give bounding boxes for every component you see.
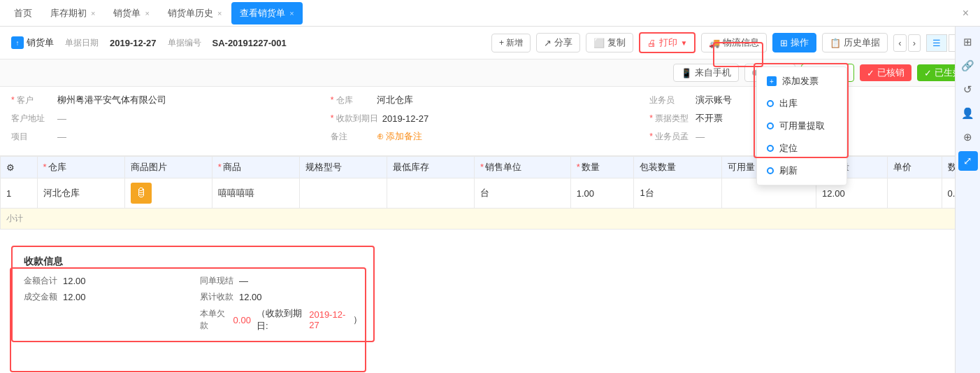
note-label: 备注 — [331, 131, 373, 143]
copy-button[interactable]: ⬜ 复制 — [586, 33, 633, 52]
tab-sales-history[interactable]: 销货单历史 × — [159, 2, 230, 24]
warehouse-value: 河北仓库 — [377, 94, 413, 106]
project-field: 项目 — — [11, 131, 331, 143]
col-img: 商品图片 — [124, 157, 212, 178]
effect-icon: ✓ — [924, 68, 932, 78]
history-icon: 📋 — [830, 38, 841, 48]
total-item: 金额合计 12.00 — [24, 275, 186, 287]
new-button[interactable]: + 新增 — [491, 34, 531, 52]
sidebar-icon-4[interactable]: 👤 — [958, 104, 978, 123]
share-button[interactable]: ↗ 分享 — [536, 33, 580, 52]
col-qty: *数量 — [570, 157, 634, 178]
tab-view-sales[interactable]: 查看销货单 × — [231, 2, 302, 24]
payment-title: 收款信息 — [24, 255, 362, 268]
sales-staff-value: — — [696, 132, 705, 142]
operations-button[interactable]: ⊞ 操作 — [772, 33, 816, 52]
tab-sales-order-close[interactable]: × — [145, 9, 149, 17]
tab-view-sales-close[interactable]: × — [289, 9, 294, 17]
tab-inventory-init[interactable]: 库存期初 × — [42, 2, 103, 24]
due-note: （收款到期日: — [257, 307, 303, 332]
no-value: SA-20191227-001 — [212, 38, 287, 48]
total-label: 金额合计 — [24, 275, 57, 287]
sidebar-icon-2[interactable]: 🔗 — [958, 56, 978, 76]
cell-spec — [299, 178, 387, 209]
warehouse-label: 仓库 — [331, 94, 373, 106]
due-date-in-payment: 2019-12-27 — [309, 309, 347, 330]
tab-home-label: 首页 — [14, 7, 32, 20]
print-button[interactable]: 🖨 打印 ▼ — [639, 32, 696, 53]
available-qty-item[interactable]: 可用量提取 — [757, 115, 846, 137]
same-order-label: 同单现结 — [200, 275, 233, 287]
add-note-label: 添加备注 — [386, 131, 422, 141]
cell-product: 嘻嘻嘻嘻 — [212, 178, 299, 209]
customer-label: 客户 — [11, 94, 53, 106]
sales-staff-label: 业务员孟 — [649, 131, 691, 143]
add-invoice-icon: + — [767, 76, 777, 86]
sidebar-icon-1[interactable]: ⊞ — [958, 32, 978, 52]
doc-type: ↑ 销货单 — [11, 36, 54, 49]
prev-button[interactable]: ‹ — [893, 34, 906, 52]
print-label: 打印 — [659, 36, 677, 49]
col-sales-unit: *销售单位 — [474, 157, 570, 178]
warehouse-field: 仓库 河北仓库 — [331, 94, 650, 106]
copy-label: 复制 — [607, 36, 626, 49]
customer-value: 柳州粤港平安气体有限公司 — [57, 94, 166, 106]
add-invoice-label: 添加发票 — [782, 75, 819, 87]
window-close-button[interactable]: × — [957, 7, 974, 20]
no-label: 单据编号 — [168, 37, 201, 49]
transaction-value: 12.00 — [63, 292, 86, 302]
available-qty-dot — [767, 122, 774, 129]
outbound-item[interactable]: 出库 — [757, 92, 846, 115]
sidebar-icon-3[interactable]: ↺ — [958, 80, 978, 99]
tab-inventory-init-label: 库存期初 — [50, 7, 87, 20]
tab-view-sales-label: 查看销货单 — [240, 7, 285, 20]
col-settings[interactable]: ⚙ — [1, 157, 38, 178]
right-sidebar: ⊞ 🔗 ↺ 👤 ⊕ ⤢ — [955, 27, 980, 373]
tab-sales-history-label: 销货单历史 — [168, 7, 213, 20]
refresh-dot — [767, 167, 774, 174]
cell-sales-unit: 台 — [474, 178, 570, 209]
add-invoice-item[interactable]: + 添加发票 — [757, 70, 846, 92]
cell-qty: 1.00 — [570, 178, 634, 209]
tab-home[interactable]: 首页 — [6, 2, 41, 24]
subtotal-row: 小计 — [1, 209, 980, 230]
next-button[interactable]: › — [908, 34, 921, 52]
refresh-item[interactable]: 刷新 — [757, 160, 846, 182]
history-button[interactable]: 📋 历史单据 — [822, 33, 888, 52]
col-min-stock: 最低库存 — [387, 157, 474, 178]
this-order-item: 本单欠款 0.00 （收款到期日: 2019-12-27 ） — [200, 307, 362, 332]
same-order-value: — — [239, 276, 248, 286]
doc-meta: 单据日期 2019-12-27 单据编号 SA-20191227-001 — [65, 37, 480, 49]
ticket-type-value: 不开票 — [696, 112, 723, 125]
sidebar-icon-5[interactable]: ⊕ — [958, 127, 978, 147]
sidebar-icon-6[interactable]: ⤢ — [958, 151, 978, 171]
tab-inventory-init-close[interactable]: × — [91, 9, 95, 17]
tab-sales-history-close[interactable]: × — [217, 9, 222, 17]
col-pack-qty: 包装数量 — [634, 157, 721, 178]
address-field: 客户地址 — — [11, 113, 331, 125]
customer-field: 客户 柳州粤港平安气体有限公司 — [11, 94, 331, 106]
from-phone-button[interactable]: 📱 来自手机 — [673, 64, 739, 82]
operations-label: 操作 — [791, 36, 809, 49]
locate-label: 定位 — [779, 142, 798, 155]
logistics-button[interactable]: 🚚 物流信息 — [701, 33, 767, 52]
available-qty-label: 可用量提取 — [779, 120, 825, 132]
due-date-field: 收款到期日 2019-12-27 — [331, 113, 650, 125]
list-view-button[interactable]: ☰ — [926, 34, 947, 52]
from-phone-label: 来自手机 — [695, 66, 731, 79]
doc-type-label: 销货单 — [27, 36, 54, 49]
history-label: 历史单据 — [844, 36, 880, 49]
payment-grid: 金额合计 12.00 同单现结 — 成交金额 12.00 累计收款 12.00 … — [24, 275, 362, 332]
cumulative-item: 累计收款 12.00 — [200, 291, 362, 303]
print-icon: 🖨 — [647, 38, 656, 48]
due-date-value: 2019-12-27 — [382, 113, 429, 124]
col-product: *商品 — [212, 157, 299, 178]
this-order-value: 0.00 — [233, 315, 251, 325]
same-order-item: 同单现结 — — [200, 275, 362, 287]
address-label: 客户地址 — [11, 113, 53, 125]
add-note-button[interactable]: ⊕ 添加备注 — [377, 130, 423, 143]
transaction-label: 成交金额 — [24, 291, 57, 303]
locate-item[interactable]: 定位 — [757, 137, 846, 160]
tab-sales-order[interactable]: 销货单 × — [105, 2, 157, 24]
cell-no: 1 — [1, 178, 38, 209]
